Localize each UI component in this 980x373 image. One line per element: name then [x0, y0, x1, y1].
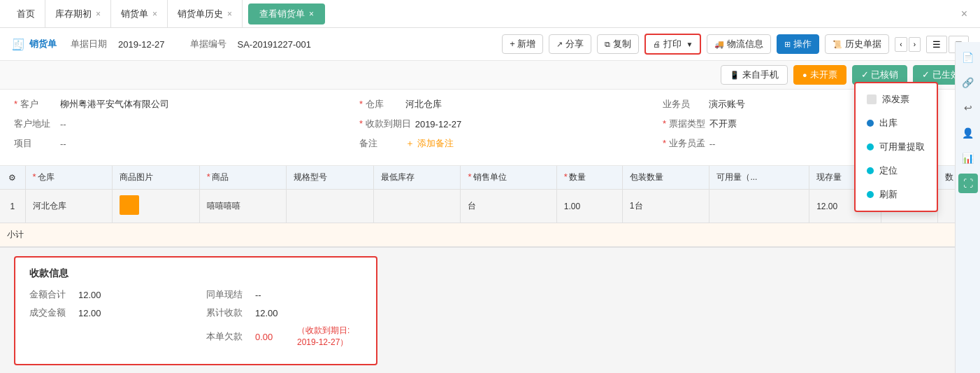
total-collected-value: 12.00 — [255, 308, 297, 318]
refresh-item[interactable]: 刷新 — [856, 183, 937, 206]
tab-sales-history[interactable]: 销货单历史 × — [168, 0, 243, 28]
col-img: 商品图片 — [113, 166, 200, 190]
no-value: SA-20191227-001 — [238, 39, 312, 50]
form-area: 客户 柳州粤港平安气体有限公司 仓库 河北仓库 业务员 演示账号 客户地址 --… — [0, 90, 980, 166]
form-row-1: 客户 柳州粤港平安气体有限公司 仓库 河北仓库 业务员 演示账号 — [14, 98, 966, 111]
summary-row-3: 本单欠款 0.00 （收款到期日: 2019-12-27） — [29, 325, 362, 349]
products-table: ⚙ *仓库 商品图片 *商品 规格型号 最低库存 *销售单位 *数量 包装数量 … — [0, 166, 980, 247]
tab-close-sales[interactable]: × — [152, 9, 157, 19]
add-note-button[interactable]: ＋ 添加备注 — [405, 137, 454, 150]
ticket-label: 票据类型 — [663, 118, 705, 130]
subtotal-label: 小计 — [0, 223, 980, 247]
list-view-button[interactable]: ☰ — [926, 36, 947, 53]
outstanding-label: 本单欠款 — [206, 330, 255, 343]
project-label: 项目 — [14, 137, 56, 150]
row-spec — [287, 190, 374, 223]
col-product: *商品 — [199, 166, 287, 190]
sidebar-expand-icon[interactable]: ⛶ — [958, 174, 978, 193]
address-field: 客户地址 -- — [14, 118, 317, 130]
total-collected-label: 累计收款 — [206, 307, 255, 319]
tab-sales[interactable]: 销货单 × — [111, 0, 168, 28]
payment-date-label: 收款到期日 — [359, 118, 411, 130]
tab-inventory[interactable]: 库存期初 × — [45, 0, 111, 28]
tab-close-view[interactable]: × — [309, 9, 314, 19]
share-button[interactable]: ↗ 分享 — [549, 34, 591, 54]
sub-toolbar: 📱 来自手机 ● 未开票 ✓ 已核销 ✓ 已生效 添发票 出库 可用量提取 定位 — [0, 61, 980, 90]
total-collected-field: 累计收款 12.00 — [206, 307, 362, 319]
outbound-icon — [867, 120, 874, 127]
note-label: 备注 — [359, 137, 401, 150]
operations-button[interactable]: ⊞ 操作 — [777, 34, 819, 54]
table-wrapper: ⚙ *仓库 商品图片 *商品 规格型号 最低库存 *销售单位 *数量 包装数量 … — [0, 166, 980, 248]
window-close-button[interactable]: × — [956, 8, 973, 20]
customer-label: 客户 — [14, 98, 56, 111]
new-button[interactable]: + 新增 — [502, 34, 543, 54]
same-order-settle-value: -- — [255, 290, 297, 300]
right-sidebar: 📄 🔗 ↩ 👤 📊 ⛶ — [955, 42, 980, 373]
logistics-button[interactable]: 🚚 物流信息 — [707, 34, 771, 54]
project-field: 项目 -- — [14, 137, 317, 150]
same-order-settle-field: 同单现结 -- — [206, 288, 362, 301]
payment-date-field: 收款到期日 2019-12-27 — [359, 118, 663, 130]
row-pkg-qty: 1台 — [622, 190, 709, 223]
locate-item[interactable]: 定位 — [856, 159, 937, 183]
col-available: 可用量（... — [709, 166, 809, 190]
row-qty: 1.00 — [556, 190, 622, 223]
date-label: 单据日期 — [71, 38, 107, 50]
total-amount-value: 12.00 — [78, 290, 120, 300]
tab-close-inventory[interactable]: × — [96, 9, 101, 19]
doc-actions: + 新增 ↗ 分享 ⧉ 复制 🖨 打印 ▼ 🚚 物流信息 ⊞ 操作 📜 历史单据… — [502, 34, 969, 55]
row-min-stock — [373, 190, 461, 223]
operations-dropdown: 添发票 出库 可用量提取 定位 刷新 — [854, 82, 938, 212]
doc-meta: 单据日期 2019-12-27 单据编号 SA-20191227-001 — [71, 38, 502, 50]
form-row-3: 项目 -- 备注 ＋ 添加备注 业务员孟 -- — [14, 137, 966, 150]
same-order-settle-label: 同单现结 — [206, 288, 255, 301]
staff-value: 演示账号 — [709, 98, 745, 111]
history-button[interactable]: 📜 历史单据 — [825, 34, 889, 54]
tab-bar: 首页 库存期初 × 销货单 × 销货单历史 × 查看销货单 × × — [0, 0, 980, 28]
no-label: 单据编号 — [190, 38, 226, 50]
tab-view-sales[interactable]: 查看销货单 × — [248, 3, 325, 24]
outbound-item[interactable]: 出库 — [856, 111, 937, 135]
deal-amount-label: 成交金额 — [29, 307, 78, 319]
col-warehouse: *仓库 — [25, 166, 113, 190]
add-invoice-icon — [867, 94, 877, 104]
from-mobile-button[interactable]: 📱 来自手机 — [721, 65, 788, 85]
sidebar-chart-icon[interactable]: 📊 — [958, 148, 978, 168]
col-qty: *数量 — [556, 166, 622, 190]
row-warehouse: 河北仓库 — [25, 190, 113, 223]
not-open-button[interactable]: ● 未开票 — [793, 65, 846, 85]
deal-amount-value: 12.00 — [78, 308, 120, 318]
row-available — [709, 190, 809, 223]
summary-title: 收款信息 — [29, 267, 362, 280]
add-invoice-item[interactable]: 添发票 — [856, 87, 937, 111]
staff-label: 业务员 — [663, 98, 705, 111]
row-unit: 台 — [461, 190, 556, 223]
ticket-value: 不开票 — [709, 118, 737, 130]
copy-button[interactable]: ⧉ 复制 — [597, 34, 639, 54]
sidebar-link-icon[interactable]: 🔗 — [958, 73, 978, 92]
col-min-stock: 最低库存 — [373, 166, 461, 190]
sidebar-doc-icon[interactable]: 📄 — [958, 48, 978, 67]
locate-icon — [867, 167, 874, 174]
doc-title: 🧾 销货单 — [11, 38, 57, 51]
tab-close-history[interactable]: × — [227, 9, 232, 19]
total-amount-label: 金额合计 — [29, 288, 78, 301]
customer-value: 柳州粤港平安气体有限公司 — [60, 98, 169, 111]
sidebar-user-icon[interactable]: 👤 — [958, 123, 978, 143]
sidebar-refresh-icon[interactable]: ↩ — [958, 98, 978, 118]
available-qty-icon — [867, 143, 874, 150]
summary-row-2: 成交金额 12.00 累计收款 12.00 — [29, 307, 362, 319]
next-button[interactable]: › — [909, 37, 921, 52]
tab-bar-close: × — [956, 8, 973, 20]
summary-area: 收款信息 金额合计 12.00 同单现结 -- 成交金额 12.00 累计收款 … — [14, 256, 377, 365]
project-value: -- — [60, 139, 66, 149]
deal-amount-field: 成交金额 12.00 — [29, 307, 185, 319]
outstanding-field: 本单欠款 0.00 （收款到期日: 2019-12-27） — [206, 325, 362, 349]
subtotal-row: 小计 — [0, 223, 980, 247]
col-unit: *销售单位 — [461, 166, 556, 190]
print-button[interactable]: 🖨 打印 ▼ — [644, 34, 701, 55]
tab-home[interactable]: 首页 — [7, 0, 45, 28]
available-qty-item[interactable]: 可用量提取 — [856, 135, 937, 159]
prev-button[interactable]: ‹ — [895, 37, 907, 52]
